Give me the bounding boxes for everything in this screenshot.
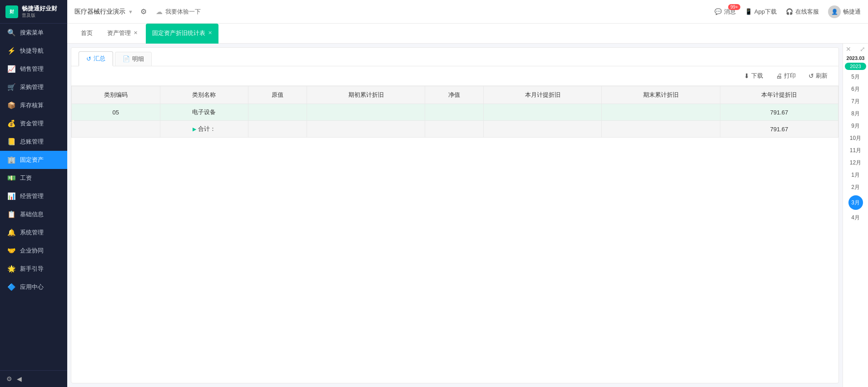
- col-header: 本月计提折旧: [484, 86, 602, 104]
- main-content: 医疗器械行业演示 ▼ ⚙ ☁ 我要体验一下 💬 消息 99+ 📱 App下载 🎧…: [67, 0, 868, 387]
- sidebar-label-guide: 新手引导: [20, 265, 44, 273]
- experience-label: 我要体验一下: [165, 8, 201, 16]
- table-cell: 791.67: [720, 104, 838, 121]
- sidebar: 财 畅捷通好业财 普及版 🔍搜索菜单⚡快捷导航📈销售管理🛒采购管理📦库存核算💰资…: [0, 0, 67, 387]
- user-menu[interactable]: 👤 畅捷通: [828, 5, 861, 18]
- panel-month-m7[interactable]: 7月: [843, 95, 868, 108]
- management-icon: 📊: [7, 192, 15, 200]
- sidebar-item-inventory[interactable]: 📦库存核算: [0, 96, 67, 114]
- sidebar-label-sales: 销售管理: [20, 65, 44, 73]
- print-btn[interactable]: 🖨 打印: [772, 70, 799, 82]
- app-download-btn[interactable]: 📱 App下载: [745, 8, 777, 16]
- message-btn[interactable]: 💬 消息 99+: [714, 8, 736, 16]
- table-header-row: 类别编码类别名称原值期初累计折旧净值本月计提折旧期末累计折旧本年计提折旧: [72, 86, 838, 104]
- total-cell: ▶ 合计：: [160, 121, 248, 138]
- sidebar-item-management[interactable]: 📊经营管理: [0, 187, 67, 205]
- download-label: 下载: [751, 72, 763, 80]
- col-header: 净值: [425, 86, 484, 104]
- sidebar-item-funds[interactable]: 💰资金管理: [0, 114, 67, 133]
- table-cell: [484, 104, 602, 121]
- panel-month-m11[interactable]: 11月: [843, 144, 868, 157]
- sales-icon: 📈: [7, 65, 15, 73]
- app-logo-text: 畅捷通好业财 普及版: [22, 5, 57, 19]
- sidebar-item-sales[interactable]: 📈销售管理: [0, 60, 67, 78]
- funds-icon: 💰: [7, 119, 15, 128]
- panel-month-m8[interactable]: 8月: [843, 108, 868, 120]
- phone-icon: 📱: [745, 8, 752, 15]
- sidebar-item-appcenter[interactable]: 🔷应用中心: [0, 278, 67, 296]
- inner-content: ↺汇总📄明细 ⬇ 下载 🖨 打印 ↺ 刷新: [71, 47, 839, 383]
- tab-label-home: 首页: [81, 29, 93, 37]
- sub-tabs: ↺汇总📄明细: [71, 48, 838, 66]
- refresh-btn[interactable]: ↺ 刷新: [805, 70, 831, 82]
- panel-expand-icon[interactable]: ⤢: [860, 45, 865, 53]
- tab-close-asset_mgmt[interactable]: ✕: [134, 30, 138, 36]
- tab-label-asset_mgmt: 资产管理: [107, 29, 131, 37]
- appcenter-icon: 🔷: [7, 283, 15, 291]
- subtab-detail[interactable]: 📄明细: [115, 52, 152, 66]
- collapse-sidebar-icon[interactable]: ◀: [17, 375, 22, 382]
- subtab-summary[interactable]: ↺汇总: [79, 51, 113, 66]
- sidebar-label-search: 搜索菜单: [20, 29, 44, 37]
- sidebar-label-basicinfo: 基础信息: [20, 210, 44, 218]
- sidebar-item-basicinfo[interactable]: 📋基础信息: [0, 205, 67, 223]
- guide-icon: 🌟: [7, 265, 15, 273]
- tab-home[interactable]: 首页: [74, 24, 99, 44]
- panel-month-m4[interactable]: 4月: [843, 212, 868, 224]
- col-header: 本年计提折旧: [720, 86, 838, 104]
- sidebar-bottom: ⚙ ◀: [0, 370, 67, 387]
- company-dropdown-icon: ▼: [128, 9, 133, 15]
- sidebar-label-purchase: 采购管理: [20, 83, 44, 91]
- page-area: ↺汇总📄明细 ⬇ 下载 🖨 打印 ↺ 刷新: [67, 44, 868, 387]
- tab-label-depreciation: 固定资产折旧统计表: [152, 29, 205, 37]
- company-selector[interactable]: 医疗器械行业演示 ▼: [74, 8, 133, 16]
- sidebar-item-search[interactable]: 🔍搜索菜单: [0, 24, 67, 42]
- sidebar-nav: 🔍搜索菜单⚡快捷导航📈销售管理🛒采购管理📦库存核算💰资金管理📒总账管理🏢固定资产…: [0, 24, 67, 370]
- tab-depreciation[interactable]: 固定资产折旧统计表 ✕: [146, 24, 218, 44]
- panel-month-m1[interactable]: 1月: [843, 169, 868, 181]
- sidebar-item-ledger[interactable]: 📒总账管理: [0, 133, 67, 151]
- topbar: 医疗器械行业演示 ▼ ⚙ ☁ 我要体验一下 💬 消息 99+ 📱 App下载 🎧…: [67, 0, 868, 24]
- col-header: 类别编码: [72, 86, 160, 104]
- sidebar-item-fixed[interactable]: 🏢固定资产: [0, 151, 67, 169]
- sidebar-item-quicknav[interactable]: ⚡快捷导航: [0, 42, 67, 60]
- panel-month-m2[interactable]: 2月: [843, 181, 868, 194]
- col-header: 期末累计折旧: [602, 86, 720, 104]
- download-btn[interactable]: ⬇ 下载: [740, 70, 767, 82]
- sidebar-item-payroll[interactable]: 💵工资: [0, 169, 67, 187]
- panel-month-m12[interactable]: 12月: [843, 157, 868, 169]
- panel-month-m9[interactable]: 9月: [843, 120, 868, 132]
- cloud-icon: ☁: [156, 8, 163, 16]
- download-icon: ⬇: [744, 72, 749, 79]
- sidebar-item-enterprise[interactable]: 🤝企业协同: [0, 242, 67, 260]
- experience-btn[interactable]: ☁ 我要体验一下: [156, 8, 201, 16]
- company-settings-icon[interactable]: ⚙: [140, 7, 147, 16]
- enterprise-icon: 🤝: [7, 247, 15, 255]
- total-cell: 791.67: [720, 121, 838, 138]
- panel-month-m10[interactable]: 10月: [843, 132, 868, 144]
- sidebar-item-purchase[interactable]: 🛒采购管理: [0, 78, 67, 96]
- sidebar-item-guide[interactable]: 🌟新手引导: [0, 260, 67, 278]
- tab-asset_mgmt[interactable]: 资产管理 ✕: [101, 24, 144, 44]
- depreciation-table: 类别编码类别名称原值期初累计折旧净值本月计提折旧期末累计折旧本年计提折旧 05电…: [71, 86, 838, 138]
- table-row: 05电子设备791.67: [72, 104, 838, 121]
- panel-close-icon[interactable]: ✕: [846, 45, 851, 53]
- app-download-label: App下载: [754, 8, 777, 16]
- settings-icon[interactable]: ⚙: [6, 375, 12, 382]
- tab-close-depreciation[interactable]: ✕: [208, 30, 212, 36]
- print-icon: 🖨: [776, 72, 782, 79]
- panel-month-m6[interactable]: 6月: [843, 83, 868, 95]
- sidebar-item-system[interactable]: 🔔系统管理: [0, 223, 67, 242]
- tabs-row: 首页资产管理 ✕固定资产折旧统计表 ✕: [67, 24, 868, 44]
- panel-month-m5[interactable]: 5月: [843, 71, 868, 83]
- panel-month-m3[interactable]: 3月: [848, 195, 863, 210]
- panel-year-month: 2023.03: [843, 55, 868, 62]
- online-service-btn[interactable]: 🎧 在线客服: [786, 8, 819, 16]
- panel-year-label[interactable]: 2023: [845, 63, 866, 70]
- sidebar-label-appcenter: 应用中心: [20, 283, 44, 291]
- print-label: 打印: [784, 72, 796, 80]
- col-header: 期初累计折旧: [307, 86, 425, 104]
- subtab-label-detail: 明细: [132, 55, 144, 63]
- table-toolbar: ⬇ 下载 🖨 打印 ↺ 刷新: [71, 66, 838, 86]
- company-name: 医疗器械行业演示: [74, 8, 125, 16]
